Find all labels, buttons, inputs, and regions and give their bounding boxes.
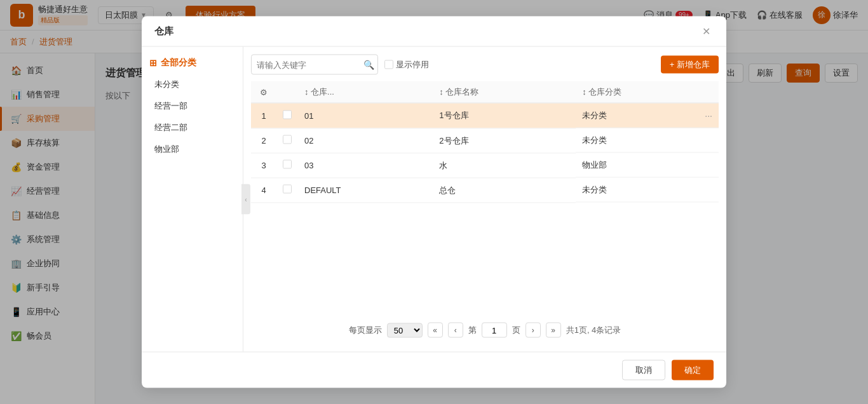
category-item-ops1[interactable]: 经营一部 <box>142 95 243 117</box>
row-no: 1 <box>251 103 276 128</box>
confirm-button[interactable]: 确定 <box>672 360 714 380</box>
search-input[interactable] <box>257 60 363 69</box>
category-item-property[interactable]: 物业部 <box>142 138 243 160</box>
table-row[interactable]: 2 02 2号仓库 未分类 <box>251 128 719 153</box>
warehouse-dialog: 仓库 ✕ ⊞ 全部分类 未分类 经营一部 经营二部 物业部 ‹ 🔍 <box>142 17 726 388</box>
row-category: 未分类 <box>576 178 719 203</box>
category-panel: ⊞ 全部分类 未分类 经营一部 经营二部 物业部 ‹ <box>142 47 243 352</box>
prev-page-button[interactable]: ‹ <box>448 323 463 338</box>
next-page-button[interactable]: › <box>526 323 541 338</box>
cancel-button[interactable]: 取消 <box>622 360 665 380</box>
more-icon[interactable]: ··· <box>705 111 712 121</box>
category-item-ops2[interactable]: 经营二部 <box>142 117 243 138</box>
row-name: 1号仓库 <box>433 103 576 128</box>
dialog-close-button[interactable]: ✕ <box>698 24 714 39</box>
search-input-wrap: 🔍 <box>251 55 378 75</box>
table-row[interactable]: 3 03 水 物业部 <box>251 153 719 178</box>
col-check <box>276 81 298 104</box>
page-label: 第 <box>468 325 477 336</box>
search-icon: 🔍 <box>363 60 374 70</box>
row-checkbox[interactable] <box>276 153 298 178</box>
dialog-header: 仓库 ✕ <box>142 17 726 47</box>
sort-icon: ↕ <box>582 87 587 97</box>
row-checkbox[interactable] <box>276 103 298 128</box>
page-input[interactable] <box>482 323 507 338</box>
table-toolbar: 🔍 显示停用 + 新增仓库 <box>251 55 719 75</box>
table-panel: 🔍 显示停用 + 新增仓库 ⚙ ↕ 仓库... <box>243 47 726 352</box>
row-name: 总仓 <box>433 178 576 203</box>
per-page-select[interactable]: 50 20 100 <box>387 323 423 337</box>
row-category: 未分类 ··· <box>576 104 719 128</box>
category-collapse-button[interactable]: ‹ <box>241 184 250 215</box>
row-category: 未分类 <box>576 128 719 153</box>
row-checkbox[interactable] <box>276 128 298 153</box>
row-checkbox[interactable] <box>276 178 298 203</box>
row-code: DEFAULT <box>298 178 433 203</box>
show-disabled-label: 显示停用 <box>396 59 429 71</box>
page-unit: 页 <box>512 325 520 336</box>
row-no: 3 <box>251 153 276 178</box>
show-disabled-toggle[interactable]: 显示停用 <box>384 59 429 71</box>
show-disabled-checkbox[interactable] <box>384 60 393 69</box>
dialog-title: 仓库 <box>154 25 173 37</box>
sort-icon: ↕ <box>304 87 309 97</box>
all-categories-label: 全部分类 <box>161 57 196 69</box>
row-name: 水 <box>433 153 576 178</box>
table-container: ⚙ ↕ 仓库... ↕ 仓库名称 ↕ 仓库分类 <box>251 81 719 316</box>
row-code: 01 <box>298 103 433 128</box>
first-page-button[interactable]: « <box>428 323 443 338</box>
row-code: 02 <box>298 128 433 153</box>
pagination: 每页显示 50 20 100 « ‹ 第 页 › » 共1页, 4条记录 <box>251 316 719 344</box>
row-name: 2号仓库 <box>433 128 576 153</box>
col-gear[interactable]: ⚙ <box>251 81 276 104</box>
table-row[interactable]: 1 01 1号仓库 未分类 ··· <box>251 103 719 128</box>
all-categories-button[interactable]: ⊞ 全部分类 <box>142 52 243 74</box>
row-category: 物业部 <box>576 153 719 178</box>
warehouse-table: ⚙ ↕ 仓库... ↕ 仓库名称 ↕ 仓库分类 <box>251 81 719 203</box>
table-row[interactable]: 4 DEFAULT 总仓 未分类 <box>251 178 719 203</box>
dialog-body: ⊞ 全部分类 未分类 经营一部 经营二部 物业部 ‹ 🔍 显示停用 <box>142 47 726 352</box>
row-no: 2 <box>251 128 276 153</box>
col-code[interactable]: ↕ 仓库... <box>298 81 433 104</box>
grid-icon: ⊞ <box>149 58 157 68</box>
col-name[interactable]: ↕ 仓库名称 <box>433 81 576 104</box>
row-code: 03 <box>298 153 433 178</box>
add-warehouse-button[interactable]: + 新增仓库 <box>661 56 719 74</box>
page-total: 共1页, 4条记录 <box>566 325 621 336</box>
col-category[interactable]: ↕ 仓库分类 <box>576 81 719 104</box>
dialog-footer: 取消 确定 <box>142 352 726 388</box>
sort-icon: ↕ <box>439 87 444 97</box>
row-no: 4 <box>251 178 276 203</box>
category-item-unclassified[interactable]: 未分类 <box>142 74 243 95</box>
per-page-label: 每页显示 <box>349 325 382 336</box>
last-page-button[interactable]: » <box>546 323 561 338</box>
